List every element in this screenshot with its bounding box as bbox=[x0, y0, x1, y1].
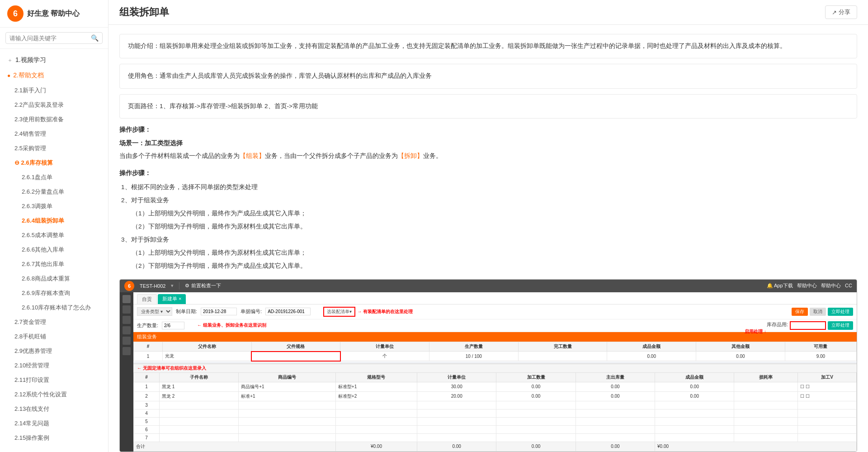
sub-td-7-v bbox=[798, 433, 857, 442]
sub-td-1-name: 黑龙 1 bbox=[159, 382, 238, 391]
sub-td-6-num: 6 bbox=[134, 425, 160, 433]
cancel-btn[interactable]: 取消 bbox=[810, 308, 826, 316]
plus-icon: ＋ bbox=[7, 57, 13, 64]
qty-input[interactable] bbox=[162, 322, 184, 329]
sidebar-item-2610[interactable]: 2.6.10库存账本错了怎么办 bbox=[0, 300, 108, 315]
sidebar-item-22[interactable]: 2.2产品安装及登录 bbox=[0, 98, 108, 112]
sub-td-1-v: ☐ ☐ bbox=[798, 382, 857, 391]
main-content: 组装拆卸单 ↗ 分享 功能介绍：组装拆卸单用来处理企业组装或拆卸等加工业务，支持… bbox=[108, 0, 868, 452]
app-top-bar: 6 TEST-H002 ▾ ⚙ 前置检查一下 🔔 App下载 帮助中心 帮助中心… bbox=[120, 280, 857, 292]
search-icon[interactable]: 🔍 bbox=[91, 34, 99, 42]
sep1 bbox=[179, 282, 179, 290]
order-input[interactable] bbox=[265, 308, 311, 315]
sub-td-5-v bbox=[798, 417, 857, 425]
sub-td-4-loss bbox=[734, 409, 798, 417]
confirm-btn[interactable]: 立即处理 bbox=[828, 308, 853, 316]
icon1 bbox=[123, 295, 131, 303]
sidebar-item-29[interactable]: 2.9优惠券管理 bbox=[0, 344, 108, 358]
sidebar-item-261[interactable]: 2.6.1盘点单 bbox=[0, 170, 108, 185]
approve-btn[interactable]: 立即处理 bbox=[828, 321, 853, 330]
tab-home[interactable]: 自贡 bbox=[137, 294, 157, 304]
sub-td-6-unit bbox=[417, 425, 496, 433]
sidebar-item-267[interactable]: 2.6.7其他出库单 bbox=[0, 257, 108, 271]
footer-v1: ¥0.00 bbox=[335, 442, 417, 451]
sub-td-2-code: 标准+1 bbox=[239, 391, 336, 401]
td-1-amount: 0.00 bbox=[607, 352, 696, 361]
sidebar-item-212[interactable]: 2.12系统个性化设置 bbox=[0, 387, 108, 402]
search-input-wrap[interactable]: 🔍 bbox=[5, 32, 103, 44]
step-3-1: （1）上部明细为父件明细，最终作为原材料生成其它出库单； bbox=[121, 247, 857, 259]
sidebar-item-docs[interactable]: ● 2.帮助文档 bbox=[0, 68, 108, 83]
date-input[interactable] bbox=[201, 308, 237, 315]
sidebar-item-27[interactable]: 2.7资金管理 bbox=[0, 315, 108, 329]
sub-td-4-v bbox=[798, 409, 857, 417]
field-order-label: 单据编号: bbox=[241, 308, 262, 315]
sidebar-item-video[interactable]: ＋ 1.视频学习 bbox=[0, 52, 108, 68]
sub-td-2-spec: 标准型+2 bbox=[335, 391, 417, 401]
logo-icon: 6 bbox=[7, 5, 24, 22]
app-tabs-row: 自贡 新建单 × bbox=[133, 292, 857, 305]
sidebar-item-265[interactable]: 2.6.5成本调整单 bbox=[0, 228, 108, 243]
page-title: 组装拆卸单 bbox=[119, 5, 169, 19]
sidebar-item-26[interactable]: ⊖ 2.6库存核算 bbox=[0, 156, 108, 170]
sub-td-5-amount bbox=[655, 417, 734, 425]
th-num: # bbox=[134, 342, 163, 352]
sub-td-5-code bbox=[239, 417, 336, 425]
stock-input[interactable] bbox=[790, 321, 826, 330]
sidebar-item-264[interactable]: 2.6.4组装拆卸单 bbox=[0, 214, 108, 228]
icon3 bbox=[123, 316, 131, 324]
operations-title: 操作步骤： bbox=[119, 126, 857, 134]
sidebar-item-28[interactable]: 2.8手机旺铺 bbox=[0, 329, 108, 344]
sub-td-4-name bbox=[159, 409, 238, 417]
search-input[interactable] bbox=[9, 35, 91, 42]
sidebar-item-215[interactable]: 2.15操作案例 bbox=[0, 431, 108, 445]
td-1-num: 1 bbox=[134, 352, 163, 361]
sub-row-7: 7 bbox=[134, 433, 857, 442]
sidebar-item-214[interactable]: 2.14常见问题 bbox=[0, 416, 108, 431]
sidebar-item-262[interactable]: 2.6.2分量盘点单 bbox=[0, 185, 108, 199]
sidebar-item-211[interactable]: 2.11打印设置 bbox=[0, 373, 108, 387]
sidebar-item-266[interactable]: 2.6.6其他入库单 bbox=[0, 243, 108, 257]
lf-label: ← 组装业务、拆卸业务在这里识别 bbox=[197, 322, 266, 328]
sidebar-item-21[interactable]: 2.1新手入门 bbox=[0, 83, 108, 98]
sub-td-1-code: 商品编号+1 bbox=[239, 382, 336, 391]
sub-td-1-unit: 30.00 bbox=[417, 382, 496, 391]
nav-list: ＋ 1.视频学习 ● 2.帮助文档 2.1新手入门 2.2产品安装及登录 2.3… bbox=[0, 49, 108, 452]
sidebar-item-24[interactable]: 2.4销售管理 bbox=[0, 127, 108, 141]
sidebar-item-docs-label: 2.帮助文档 bbox=[13, 71, 44, 80]
share-label: 分享 bbox=[839, 8, 850, 16]
share-button[interactable]: ↗ 分享 bbox=[825, 5, 857, 19]
sidebar-item-video-label: 1.视频学习 bbox=[15, 56, 46, 64]
sidebar-item-269[interactable]: 2.6.9库存账本查询 bbox=[0, 286, 108, 300]
sidebar-item-23[interactable]: 2.3使用前数据准备 bbox=[0, 112, 108, 127]
th-complete: 完工数量 bbox=[518, 342, 607, 352]
field-date-label: 制单日期: bbox=[176, 308, 197, 315]
sub-row-2: 2 黑龙 2 标准+1 标准型+2 20.00 0.00 0.00 0.00 bbox=[134, 391, 857, 401]
sub-td-7-qty bbox=[496, 433, 576, 442]
save-btn[interactable]: 保存 bbox=[792, 308, 808, 316]
sub-td-1-qty: 0.00 bbox=[496, 382, 576, 391]
sub-table: # 子件名称 商品编号 规格型号 计量单位 加工数量 主出库量 成品金额 损耗率 bbox=[133, 372, 857, 452]
sub-td-6-amount bbox=[655, 425, 734, 433]
sub-td-4-qty bbox=[496, 409, 576, 417]
sub-td-3-qty bbox=[496, 401, 576, 409]
sub-td-2-loss bbox=[734, 391, 798, 401]
minus-icon: ● bbox=[7, 72, 10, 79]
sub-td-2-main: 0.00 bbox=[576, 391, 655, 401]
sidebar-item-268[interactable]: 2.6.8商品成本重算 bbox=[0, 271, 108, 286]
type-select[interactable]: 业务类型 ▾ bbox=[137, 307, 172, 316]
annotation1-area: 选装配清单▾ → 有装配清单的在这里处理 bbox=[323, 307, 413, 317]
sub-th-name: 子件名称 bbox=[159, 372, 238, 382]
sidebar-item-25[interactable]: 2.5采购管理 bbox=[0, 141, 108, 156]
sidebar-item-263[interactable]: 2.6.3调拨单 bbox=[0, 199, 108, 214]
sub-td-5-num: 5 bbox=[134, 417, 160, 425]
sidebar-item-210[interactable]: 2.10经营管理 bbox=[0, 358, 108, 373]
sub-td-3-v bbox=[798, 401, 857, 409]
tab-new[interactable]: 新建单 × bbox=[158, 294, 186, 304]
sub-td-4-amount bbox=[655, 409, 734, 417]
sidebar-item-213[interactable]: 2.13在线支付 bbox=[0, 402, 108, 416]
section-label: 组装业务 bbox=[137, 333, 157, 340]
sub-td-6-spec bbox=[335, 425, 417, 433]
footer-v3: 0.00 bbox=[496, 442, 576, 451]
operations-steps-label: 操作步骤： bbox=[119, 169, 857, 177]
